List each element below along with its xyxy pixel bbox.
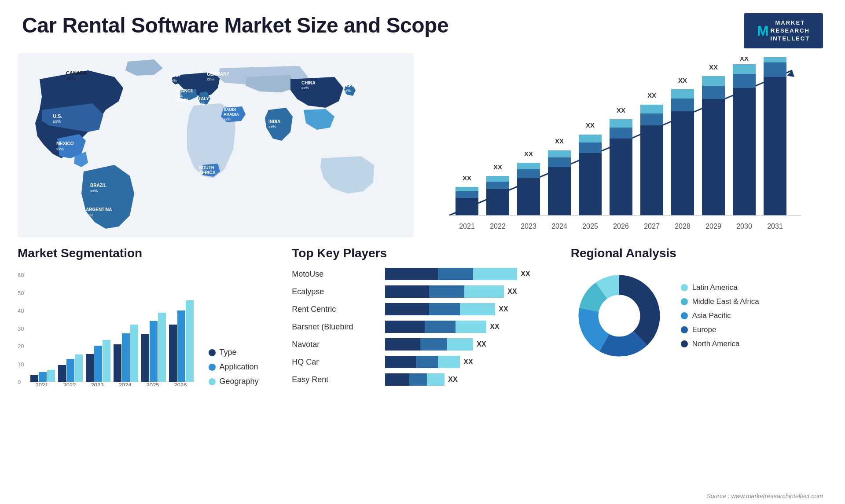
regional-title: Regional Analysis <box>571 246 823 260</box>
svg-rect-79 <box>150 321 158 382</box>
seg-y-60: 60 <box>18 272 24 278</box>
reg-legend-na: North America <box>681 340 759 348</box>
reg-label-na: North America <box>692 340 740 348</box>
svg-rect-52 <box>733 64 756 74</box>
china-value: xx% <box>301 86 309 90</box>
seg-y-50: 50 <box>18 290 24 296</box>
legend-type-dot <box>209 349 216 356</box>
reg-dot-mea <box>681 298 688 305</box>
legend-app-label: Application <box>219 362 258 372</box>
svg-text:2022: 2022 <box>490 223 506 230</box>
legend-type: Type <box>209 348 258 357</box>
reg-legend-mea: Middle East & Africa <box>681 297 759 306</box>
seg-chart-svg: 2021 2022 2023 2024 <box>28 267 195 386</box>
svg-rect-5 <box>456 187 478 191</box>
svg-text:2023: 2023 <box>91 382 104 386</box>
saudi-label: SAUDI <box>224 107 236 112</box>
svg-rect-56 <box>764 62 786 77</box>
svg-rect-75 <box>122 333 130 382</box>
player-name-barsnet: Barsnet (Bluebird <box>292 322 380 332</box>
seg-legend: Type Application Geography <box>209 348 258 386</box>
reg-dot-latin <box>681 284 688 291</box>
player-xx-barsnet: XX <box>490 323 499 331</box>
svg-text:XX: XX <box>740 57 749 62</box>
svg-rect-76 <box>130 325 138 382</box>
svg-rect-78 <box>141 334 149 382</box>
svg-rect-8 <box>486 189 509 215</box>
svg-rect-29 <box>610 139 632 215</box>
player-row-motouse: MotoUse XX <box>292 267 544 281</box>
player-bar-rentcentric: XX <box>385 303 544 316</box>
reg-label-asia: Asia Pacific <box>692 311 731 320</box>
svg-text:2021: 2021 <box>36 382 48 386</box>
reg-dot-asia <box>681 312 688 319</box>
svg-rect-18 <box>548 167 571 215</box>
donut-chart-svg <box>571 267 668 364</box>
svg-text:XX: XX <box>524 150 533 157</box>
germany-value: xx% <box>207 77 214 81</box>
legend-type-label: Type <box>219 348 236 357</box>
seg-y-40: 40 <box>18 307 24 314</box>
bar-chart-section: XX 2021 XX 2022 XX 2023 XX 2024 <box>422 53 827 242</box>
france-label: FRANCE <box>175 88 194 93</box>
player-bar-ecalypse: XX <box>385 285 544 298</box>
seg-y-0: 0 <box>18 379 24 385</box>
svg-rect-30 <box>610 128 632 139</box>
china-label: CHINA <box>301 80 316 85</box>
france-value: xx% <box>175 94 183 98</box>
player-row-barsnet: Barsnet (Bluebird XX <box>292 320 544 333</box>
svg-text:XX: XX <box>555 137 564 145</box>
canada-label: CANADA <box>66 70 87 76</box>
svg-rect-51 <box>733 74 756 88</box>
svg-text:2026: 2026 <box>174 382 187 386</box>
germany-label: GERMANY <box>207 72 229 77</box>
canada-value: xx% <box>67 76 75 81</box>
svg-text:2029: 2029 <box>705 223 721 230</box>
svg-rect-25 <box>579 135 602 142</box>
svg-rect-39 <box>671 111 694 215</box>
seg-y-10: 10 <box>18 361 24 368</box>
saudi-label2: ARABIA <box>224 112 239 117</box>
page-title: Car Rental Software Market Size and Scop… <box>22 13 448 37</box>
svg-rect-50 <box>733 88 756 215</box>
svg-rect-45 <box>702 99 725 215</box>
svg-text:XX: XX <box>493 163 502 171</box>
svg-rect-74 <box>114 344 121 382</box>
svg-rect-68 <box>75 354 83 382</box>
svg-text:XX: XX <box>586 121 595 129</box>
spain-label: SPAIN <box>175 98 188 103</box>
svg-text:2024: 2024 <box>119 382 132 386</box>
japan-value: xx% <box>343 88 351 93</box>
spain-value: xx% <box>175 103 183 108</box>
us-label: U.S. <box>53 113 62 119</box>
player-row-ecalypse: Ecalypse XX <box>292 285 544 298</box>
svg-rect-67 <box>66 359 74 382</box>
svg-rect-66 <box>58 365 66 382</box>
svg-text:2027: 2027 <box>644 223 660 230</box>
seg-y-20: 20 <box>18 343 24 350</box>
svg-rect-63 <box>39 372 47 382</box>
svg-text:XX: XX <box>463 174 471 182</box>
player-name-ecalypse: Ecalypse <box>292 287 380 296</box>
svg-rect-80 <box>158 313 166 382</box>
reg-dot-europe <box>681 326 688 333</box>
player-row-hqcar: HQ Car XX <box>292 355 544 369</box>
reg-label-europe: Europe <box>692 325 716 334</box>
reg-dot-na <box>681 340 688 347</box>
header: Car Rental Software Market Size and Scop… <box>0 0 845 53</box>
svg-text:2022: 2022 <box>63 382 76 386</box>
svg-rect-15 <box>517 163 540 169</box>
player-bar-navotar: XX <box>385 338 544 351</box>
source-text: Source : www.marketresearchintellect.com <box>706 493 823 500</box>
svg-rect-13 <box>517 178 540 215</box>
sa-value: xx% <box>199 175 206 180</box>
svg-rect-57 <box>764 57 786 62</box>
svg-rect-3 <box>456 198 478 215</box>
legend-geo-label: Geography <box>219 377 258 386</box>
player-xx-rentcentric: XX <box>499 305 508 313</box>
svg-rect-72 <box>103 340 110 382</box>
svg-rect-70 <box>86 354 94 382</box>
svg-rect-31 <box>610 119 632 128</box>
world-map-svg: CANADA xx% U.S. xx% MEXICO xx% BRAZIL xx… <box>18 53 414 237</box>
reg-label-latin: Latin America <box>692 283 738 292</box>
